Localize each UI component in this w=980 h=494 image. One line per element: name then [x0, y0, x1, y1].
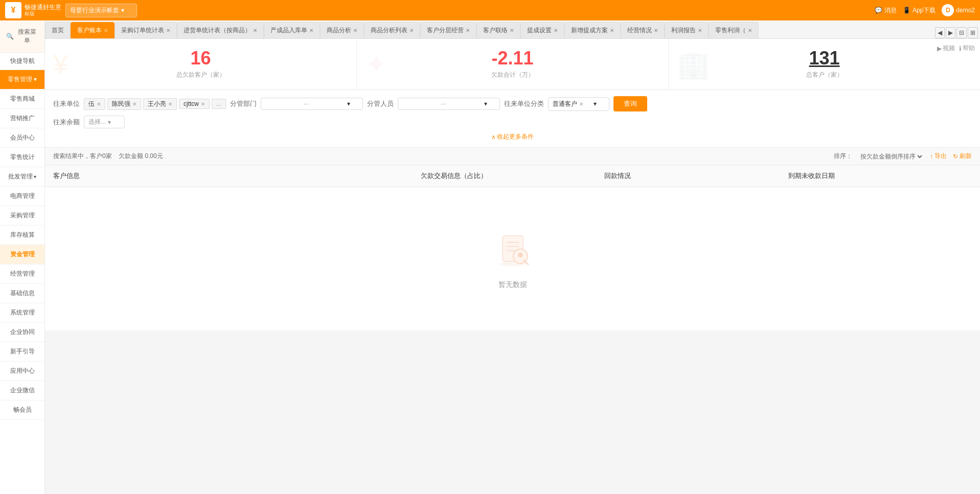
- tag-chen-remove[interactable]: ✕: [132, 101, 136, 107]
- tab-operations[interactable]: 经营情况 ✕: [621, 22, 665, 38]
- tab-product-inbound-close[interactable]: ✕: [309, 28, 313, 33]
- stat-total-customers: 🏢 131 总客户（家） ▶ 视频 ℹ 帮助: [669, 39, 980, 89]
- sidebar-label-member: 畅会员: [13, 406, 32, 413]
- tab-retail-profit[interactable]: 零售利润（ ✕: [709, 22, 759, 38]
- tab-customer-contact-label: 客户联络: [483, 26, 508, 35]
- sidebar-item-operations[interactable]: 经营管理: [0, 264, 44, 284]
- sidebar-item-basic-info[interactable]: 基础信息: [0, 284, 44, 303]
- stat-debt-customers: ¥ 16 总欠款客户（家）: [45, 39, 357, 89]
- tab-profit-report-label: 利润报告: [671, 26, 696, 35]
- sidebar-item-purchase-mgmt[interactable]: 采购管理: [0, 206, 44, 226]
- filter-row-1: 往来单位 伍 ✕ 陈民强 ✕ 王小亮 ✕: [53, 96, 972, 111]
- balance-select[interactable]: 选择... ▾: [84, 116, 125, 128]
- tab-product-inbound[interactable]: 产成品入库单 ✕: [264, 22, 320, 38]
- sidebar-item-retail-mgmt[interactable]: 零售管理 ▾: [0, 70, 44, 89]
- unit-label: 往来单位: [53, 99, 80, 108]
- tab-stock-stats-close[interactable]: ✕: [253, 28, 257, 33]
- dept-select[interactable]: ··· ▾: [261, 98, 363, 110]
- tab-product-analysis-list-close[interactable]: ✕: [409, 28, 414, 33]
- tab-product-analysis[interactable]: 商品分析 ✕: [320, 22, 364, 38]
- filter-bar: 往来单位 伍 ✕ 陈民强 ✕ 王小亮 ✕: [45, 90, 980, 148]
- sidebar-item-member[interactable]: 畅会员: [0, 400, 44, 420]
- tab-stock-stats[interactable]: 进货单统计表（按商品） ✕: [177, 22, 264, 38]
- stat-help-links: ▶ 视频 ℹ 帮助: [937, 44, 975, 53]
- tab-customer-ledger[interactable]: 客户账本 ✕: [71, 22, 115, 38]
- data-table: 客户信息 欠款交易信息（占比） 回款情况 到期未收款日期: [45, 165, 980, 330]
- sidebar-label-enterprise-collab: 企业协同: [10, 328, 35, 335]
- tag-wu-remove[interactable]: ✕: [97, 101, 101, 107]
- tab-commission-setting[interactable]: 提成设置 ✕: [520, 22, 564, 38]
- dept-more-icon: ···: [304, 100, 309, 107]
- sidebar-item-app-center[interactable]: 应用中心: [0, 362, 44, 381]
- help-btn[interactable]: ℹ 帮助: [959, 44, 975, 53]
- person-select[interactable]: ··· ▾: [398, 98, 500, 110]
- filter-tag-more[interactable]: ...: [212, 99, 226, 109]
- tab-product-inbound-label: 产成品入库单: [270, 26, 307, 35]
- export-btn[interactable]: ↑ 导出: [930, 152, 947, 161]
- unit-category-remove[interactable]: ✕: [579, 101, 583, 107]
- store-selector[interactable]: 母婴行业演示帐套 ▾: [65, 4, 137, 17]
- tab-purchase-order-stats[interactable]: 采购订单统计表 ✕: [115, 22, 177, 38]
- messages-btn[interactable]: 💬 消息: [875, 6, 897, 15]
- app-download-btn[interactable]: 📱 App下载: [903, 6, 936, 15]
- chevron-down-category: ▾: [594, 100, 597, 107]
- tab-add-commission[interactable]: 新增提成方案 ✕: [564, 22, 621, 38]
- tab-commission-setting-close[interactable]: ✕: [554, 28, 558, 33]
- video-help-btn[interactable]: ▶ 视频: [937, 44, 955, 53]
- sidebar-label-retail-mgmt: 零售管理: [8, 76, 32, 83]
- user-avatar[interactable]: D demo2: [942, 4, 975, 16]
- collapse-btn[interactable]: ∧ 收起更多条件: [491, 132, 534, 141]
- tab-customer-contact[interactable]: 客户联络 ✕: [476, 22, 520, 38]
- tab-scroll-left[interactable]: ◀: [935, 27, 945, 38]
- tab-actions: ◀ ▶ ⊟ ⊞: [935, 27, 980, 38]
- tab-customer-layer-close[interactable]: ✕: [466, 28, 470, 33]
- tab-profit-report-close[interactable]: ✕: [698, 28, 702, 33]
- sidebar-item-enterprise-collab[interactable]: 企业协同: [0, 323, 44, 342]
- tab-product-analysis-list[interactable]: 商品分析列表 ✕: [364, 22, 420, 38]
- sidebar-item-inventory[interactable]: 库存核算: [0, 226, 44, 245]
- person-label: 分管人员: [367, 99, 394, 108]
- sort-select[interactable]: 按欠款金额倒序排序: [858, 152, 924, 161]
- unit-category-select[interactable]: 普通客户 ✕ ▾: [548, 97, 609, 111]
- tab-customer-contact-close[interactable]: ✕: [510, 28, 514, 33]
- stat-debt-customers-label: 总欠款客户（家）: [176, 71, 225, 79]
- tab-operations-close[interactable]: ✕: [654, 28, 658, 33]
- tab-scroll-right[interactable]: ▶: [946, 27, 955, 38]
- sidebar-item-marketing[interactable]: 营销推广: [0, 109, 44, 128]
- sidebar-item-retail-mall[interactable]: 零售商城: [0, 89, 44, 109]
- store-name: 母婴行业演示帐套: [70, 6, 119, 15]
- sidebar-item-finance[interactable]: 资金管理: [0, 245, 44, 264]
- tab-minimize[interactable]: ⊟: [956, 27, 967, 38]
- sidebar-item-newbie[interactable]: 新手引导: [0, 342, 44, 362]
- result-actions: 排序： 按欠款金额倒序排序 ↑ 导出 ↻ 刷新: [834, 152, 972, 161]
- refresh-btn[interactable]: ↻ 刷新: [953, 152, 972, 161]
- sidebar-item-system[interactable]: 系统管理: [0, 303, 44, 323]
- tab-add-commission-close[interactable]: ✕: [610, 28, 614, 33]
- sidebar-item-wechat[interactable]: 企业微信: [0, 381, 44, 400]
- export-label: 导出: [935, 152, 947, 161]
- tab-customer-ledger-close[interactable]: ✕: [104, 28, 108, 33]
- quick-nav-btn[interactable]: 快捷导航: [0, 53, 44, 70]
- sidebar-item-retail-stats[interactable]: 零售统计: [0, 148, 44, 167]
- query-button[interactable]: 查询: [613, 96, 647, 111]
- tag-cj-remove[interactable]: ✕: [201, 101, 205, 107]
- download-icon: 📱: [903, 7, 910, 14]
- tab-maximize[interactable]: ⊞: [968, 27, 978, 38]
- tab-customer-ledger-label: 客户账本: [77, 26, 102, 35]
- tab-customer-layer[interactable]: 客户分层经营 ✕: [420, 22, 476, 38]
- tab-home[interactable]: 首页: [45, 22, 71, 38]
- sidebar-label-retail-stats: 零售统计: [10, 153, 35, 161]
- sidebar-item-member-center[interactable]: 会员中心: [0, 128, 44, 148]
- col-due-date: 到期未收款日期: [788, 171, 972, 181]
- sidebar-item-ecommerce[interactable]: 电商管理: [0, 187, 44, 206]
- sidebar-item-wholesale-mgmt[interactable]: 批发管理 ▾: [0, 167, 44, 187]
- tab-profit-report[interactable]: 利润报告 ✕: [665, 22, 709, 38]
- content-area: 首页 客户账本 ✕ 采购订单统计表 ✕ 进货单统计表（按商品） ✕ 产成品入库单…: [45, 20, 980, 494]
- tab-purchase-order-stats-close[interactable]: ✕: [166, 28, 170, 33]
- tab-retail-profit-close[interactable]: ✕: [748, 28, 752, 33]
- tab-product-analysis-close[interactable]: ✕: [353, 28, 357, 33]
- sidebar-search-btn[interactable]: 🔍 搜索菜单: [4, 26, 40, 47]
- search-label: 搜索菜单: [16, 28, 38, 45]
- logo-title: 畅捷通好生意: [25, 4, 61, 11]
- tag-wang-remove[interactable]: ✕: [168, 101, 172, 107]
